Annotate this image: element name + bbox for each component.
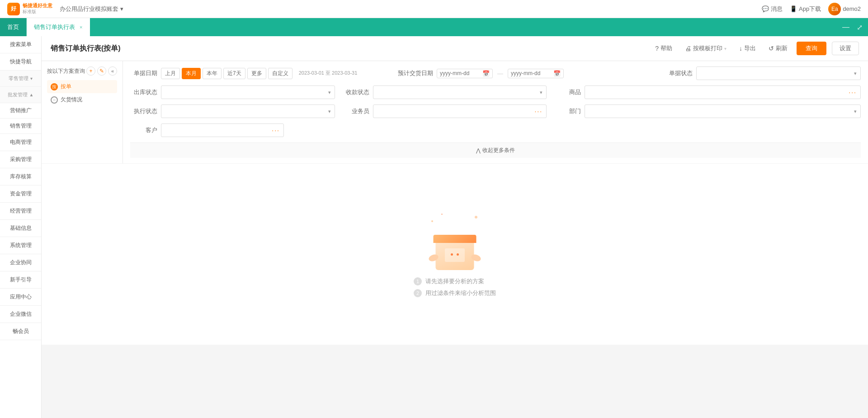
export-btn[interactable]: ↓ 导出 [736, 43, 760, 54]
enterprise-wechat-label: 企业微信 [10, 311, 32, 317]
scheme-edit-btn[interactable]: ✎ [97, 66, 106, 76]
product-label: 商品 [554, 88, 581, 96]
date-filter-group: 单据日期 上月 本月 本年 近7天 更多 自定义 2023-03-01 至 20… [130, 68, 391, 79]
salesperson-dots[interactable]: ··· [534, 108, 542, 115]
dept-label: 部门 [554, 107, 581, 115]
expected-date-end-input[interactable] [511, 70, 552, 76]
collapse-bar[interactable]: ⋀ 收起更多条件 [130, 142, 861, 158]
customer-select[interactable]: ··· [161, 124, 284, 137]
header-left: 好 畅捷通好生意 标准版 办公用品行业模拟账套 ▾ [7, 3, 127, 15]
scheme-item-按单[interactable]: 按 按单 [47, 80, 117, 93]
help-icon: ? [655, 45, 659, 52]
date-7days-btn[interactable]: 近7天 [223, 68, 245, 79]
product-dots[interactable]: ··· [849, 89, 857, 96]
sidebar-marketing[interactable]: 营销推广 [0, 103, 41, 119]
receipt-status-group: 收款状态 ▾ [342, 86, 547, 99]
doc-status-label: 单据状态 [665, 69, 693, 77]
refresh-btn[interactable]: ↺ 刷新 [765, 43, 791, 54]
date-custom-btn[interactable]: 自定义 [268, 68, 292, 79]
message-action[interactable]: 💬 消息 [762, 5, 783, 13]
sidebar-search-menu[interactable]: 搜索菜单 [0, 36, 41, 53]
stock-status-select[interactable]: ▾ [161, 86, 335, 99]
sidebar-sales-mgmt[interactable]: 销售管理 [0, 119, 41, 134]
print-label: 按模板打印 [693, 44, 722, 52]
sidebar-inventory[interactable]: 库存核算 [0, 168, 41, 185]
sidebar-new-user[interactable]: 新手引导 [0, 271, 41, 289]
sidebar-basic-info[interactable]: 基础信息 [0, 220, 41, 237]
message-icon: 💬 [762, 5, 769, 12]
top-header: 好 畅捷通好生意 标准版 办公用品行业模拟账套 ▾ 💬 消息 📱 App下载 E… [0, 0, 868, 18]
hint1-text: 请先选择要分析的方案 [425, 277, 484, 285]
export-label: 导出 [744, 44, 756, 52]
collapse-icon: ⋀ [476, 147, 481, 154]
box-eye-left [451, 253, 453, 256]
salesperson-select[interactable]: ··· [373, 104, 547, 118]
logo-icon: 好 [7, 3, 20, 15]
customer-label: 客户 [130, 126, 157, 134]
avatar-text: Ea [831, 6, 838, 12]
content-area: 销售订单执行表(按单) ? 帮助 🖨 按模板打印 ▾ ↓ 导出 ↺ 刷新 [42, 36, 868, 418]
tab-expand-btn[interactable]: ⤢ [855, 21, 864, 33]
avatar: Ea [828, 3, 841, 15]
doc-status-select[interactable]: ▾ [696, 66, 861, 80]
particle3 [441, 214, 443, 215]
app-download-action[interactable]: 📱 App下载 [790, 5, 821, 13]
sidebar-retail-mgmt[interactable]: 零售管理 ▾ [0, 71, 41, 87]
user-action[interactable]: Ea demo2 [828, 3, 861, 15]
date-current-month-btn[interactable]: 本月 [182, 68, 201, 79]
expected-date-start-input[interactable] [440, 70, 481, 76]
quick-nav-label: 快捷导航 [10, 58, 32, 65]
tab-close-icon[interactable]: × [80, 24, 82, 30]
sidebar-ecommerce[interactable]: 电商管理 [0, 134, 41, 151]
print-arrow: ▾ [724, 46, 726, 51]
tab-sales-order[interactable]: 销售订单执行表 × [27, 18, 90, 36]
nav-selector[interactable]: 办公用品行业模拟账套 ▾ [56, 3, 127, 15]
enterprise-label: 企业协同 [10, 259, 32, 266]
receipt-status-select[interactable]: ▾ [373, 86, 547, 99]
page-header: 销售订单执行表(按单) ? 帮助 🖨 按模板打印 ▾ ↓ 导出 ↺ 刷新 [42, 36, 868, 61]
inventory-label: 库存核算 [10, 173, 32, 180]
tab-minimize-btn[interactable]: — [840, 21, 851, 33]
sidebar-system[interactable]: 系统管理 [0, 237, 41, 254]
sidebar-app-center[interactable]: 应用中心 [0, 289, 41, 306]
calendar-end-icon[interactable]: 📅 [553, 70, 561, 77]
stock-status-label: 出库状态 [130, 88, 157, 96]
header-right: 💬 消息 📱 App下载 Ea demo2 [762, 3, 861, 15]
scheme-icon-按单: 按 [51, 83, 58, 90]
scheme-add-btn[interactable]: + [86, 66, 95, 76]
scheme-item-欠货情况[interactable]: ○ 欠货情况 [47, 93, 117, 106]
help-btn[interactable]: ? 帮助 [651, 43, 676, 54]
print-btn[interactable]: 🖨 按模板打印 ▾ [681, 43, 730, 54]
schemes-label: 按以下方案查询 [47, 67, 85, 75]
sidebar-purchase[interactable]: 采购管理 [0, 151, 41, 168]
sidebar-ops[interactable]: 经营管理 [0, 203, 41, 220]
date-prev-month-btn[interactable]: 上月 [161, 68, 180, 79]
exec-status-select[interactable]: ▾ [161, 104, 335, 118]
sidebar: 搜索菜单 快捷导航 零售管理 ▾ 批发管理 ▲ 营销推广 销售管理 电商管理 采… [0, 36, 42, 418]
tab-home[interactable]: 首页 [0, 18, 27, 36]
filter-form: 单据日期 上月 本月 本年 近7天 更多 自定义 2023-03-01 至 20… [123, 61, 868, 163]
date-this-year-btn[interactable]: 本年 [203, 68, 222, 79]
sidebar-enterprise-wechat[interactable]: 企业微信 [0, 306, 41, 323]
filter-panel: 按以下方案查询 + ✎ « 按 按单 ○ 欠货情况 [42, 61, 868, 163]
stock-status-group: 出库状态 ▾ [130, 86, 335, 99]
date-more-btn[interactable]: 更多 [247, 68, 266, 79]
logo-text: 畅捷通好生意 [23, 3, 52, 9]
sidebar-wholesale-mgmt[interactable]: 批发管理 ▲ [0, 87, 41, 103]
expected-date-start: 📅 [437, 69, 493, 78]
empty-text: 1 请先选择要分析的方案 2 用过滤条件来缩小分析范围 [414, 277, 496, 297]
stock-status-arrow: ▾ [328, 90, 331, 95]
sidebar-member[interactable]: 畅会员 [0, 323, 41, 340]
calendar-start-icon[interactable]: 📅 [482, 70, 490, 77]
dept-arrow: ▾ [854, 109, 857, 114]
sidebar-enterprise[interactable]: 企业协同 [0, 254, 41, 271]
scheme-collapse-btn[interactable]: « [108, 66, 117, 76]
query-button[interactable]: 查询 [797, 42, 826, 55]
product-select[interactable]: ··· [585, 86, 861, 99]
customer-dots[interactable]: ··· [272, 127, 280, 134]
sidebar-quick-nav[interactable]: 快捷导航 [0, 53, 41, 71]
date-buttons: 上月 本月 本年 近7天 更多 自定义 [161, 68, 292, 79]
sidebar-finance[interactable]: 资金管理 [0, 185, 41, 203]
dept-select[interactable]: ▾ [585, 104, 861, 118]
settings-button[interactable]: 设置 [832, 42, 859, 55]
